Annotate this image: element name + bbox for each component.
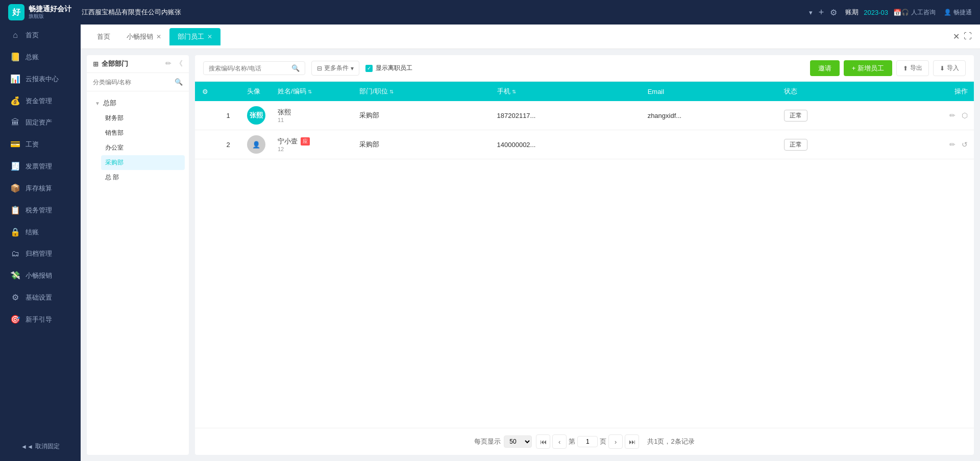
last-page-btn[interactable]: ⏭ xyxy=(625,434,639,449)
sidebar-item-home[interactable]: ⌂ 首页 xyxy=(0,25,81,46)
col-dept: 采购部 xyxy=(353,101,491,130)
avatar: 👤 xyxy=(247,135,265,154)
col-status: 正常 xyxy=(778,101,884,130)
sidebar-item-label-close-account: 结账 xyxy=(26,228,39,237)
tab-bar: 首页 小畅报销 ✕ 部门员工 ✕ ✕ ⛶ xyxy=(81,25,980,49)
all-dept-label: 全部部门 xyxy=(102,59,128,68)
dept-item-office[interactable]: 办公室 xyxy=(101,140,185,155)
col-num: 1 xyxy=(215,101,241,130)
settings-icon[interactable]: ⚙ xyxy=(830,8,837,17)
employee-search-icon[interactable]: 🔍 xyxy=(291,64,300,72)
sidebar-item-label-fixed-assets: 固定资产 xyxy=(26,118,52,127)
dept-item-purchase[interactable]: 采购部 xyxy=(101,155,185,170)
period-label: 账期 xyxy=(845,8,859,17)
window-expand-icon[interactable]: ⛶ xyxy=(964,32,972,41)
basic-settings-icon: ⚙ xyxy=(10,293,20,302)
dept-search-box: 🔍 xyxy=(87,73,189,91)
collapse-icon[interactable]: 《 xyxy=(176,59,183,68)
table-row: 1 张熙 张熙 11 采购部 187202117... zhangxidf...… xyxy=(195,101,974,130)
sidebar-item-label-guide: 新手引导 xyxy=(26,315,52,324)
next-page-btn[interactable]: › xyxy=(608,434,623,449)
col-name-header[interactable]: 姓名/编码 ⇅ xyxy=(272,82,353,101)
home-icon: ⌂ xyxy=(10,31,20,40)
cancel-pin-btn[interactable]: ◄◄ 取消固定 xyxy=(0,442,81,451)
calendar-icon[interactable]: 📅 xyxy=(893,9,901,16)
employee-table: ⚙ 头像 姓名/编码 ⇅ 部门/职位 xyxy=(195,82,974,159)
fund-mgmt-icon: 💰 xyxy=(10,96,20,106)
export-btn[interactable]: ⬆ 导出 xyxy=(896,60,929,76)
invite-btn[interactable]: 邀请 xyxy=(810,60,840,76)
page-number-input[interactable] xyxy=(577,436,598,447)
sidebar-item-guide[interactable]: 🎯 新手引导 xyxy=(0,308,81,330)
col-name: 宁小壹 应 12 xyxy=(272,130,353,159)
dept-item-general[interactable]: 总 部 xyxy=(101,170,185,185)
employee-search-input[interactable] xyxy=(209,65,288,72)
tab-dept-employee[interactable]: 部门员工 ✕ xyxy=(169,28,220,45)
logout-icon[interactable]: ⬡ xyxy=(962,111,968,119)
edit-icon[interactable]: ✏ xyxy=(949,140,955,149)
tab-dept-close[interactable]: ✕ xyxy=(207,33,212,40)
col-action: ✏ ⬡ xyxy=(884,101,974,130)
logo-text: 畅捷通好会计 xyxy=(29,5,71,13)
sidebar-item-report-center[interactable]: 📊 云报表中心 xyxy=(0,68,81,90)
prev-page-btn[interactable]: ‹ xyxy=(552,434,567,449)
tab-expense[interactable]: 小畅报销 ✕ xyxy=(118,28,169,45)
sidebar-item-general-ledger[interactable]: 📒 总账 xyxy=(0,46,81,68)
headset-icon: 🎧 xyxy=(901,9,909,16)
show-resigned-checkbox[interactable]: ✓ 显示离职员工 xyxy=(365,64,412,72)
col-name: 张熙 11 xyxy=(272,101,353,130)
first-page-btn[interactable]: ⏮ xyxy=(536,434,550,449)
sidebar-item-label-report-center: 云报表中心 xyxy=(26,75,59,84)
add-employee-btn[interactable]: + 新增员工 xyxy=(844,60,892,76)
edit-dept-icon[interactable]: ✏ xyxy=(165,59,172,68)
col-avatar: 张熙 xyxy=(241,101,272,130)
tab-home[interactable]: 首页 xyxy=(89,28,118,45)
sidebar-item-close-account[interactable]: 🔒 结账 xyxy=(0,221,81,243)
sidebar-item-inventory[interactable]: 📦 库存核算 xyxy=(0,177,81,199)
col-settings-header[interactable]: ⚙ xyxy=(195,82,215,101)
sidebar-item-fixed-assets[interactable]: 🏛 固定资产 xyxy=(0,112,81,133)
checkbox-icon: ✓ xyxy=(365,65,373,72)
col-phone-header[interactable]: 手机 ⇅ xyxy=(491,82,642,101)
sidebar-item-label-basic-settings: 基础设置 xyxy=(26,293,52,302)
filter-chevron-icon: ▾ xyxy=(351,65,354,72)
dept-item-head[interactable]: ▼ 总部 xyxy=(91,95,185,111)
dropdown-icon[interactable]: ▾ xyxy=(809,9,813,16)
tab-expense-close[interactable]: ✕ xyxy=(156,33,161,40)
guide-icon: 🎯 xyxy=(10,314,20,324)
sidebar-item-payroll[interactable]: 💳 工资 xyxy=(0,133,81,155)
phone-sort-icon: ⇅ xyxy=(512,89,516,94)
delete-icon[interactable]: ↺ xyxy=(962,140,968,149)
sidebar-item-label-general-ledger: 总账 xyxy=(26,53,39,62)
logo: 好 畅捷通好会计 旗舰版 xyxy=(8,4,71,20)
toolbar: 🔍 ⊟ 更多条件 ▾ ✓ 显示离职员工 邀请 xyxy=(195,55,974,82)
dept-item-sales[interactable]: 销售部 xyxy=(101,126,185,140)
add-icon[interactable]: + xyxy=(819,7,824,18)
inventory-icon: 📦 xyxy=(10,183,20,193)
sidebar-item-tax-mgmt[interactable]: 📋 税务管理 xyxy=(0,199,81,221)
dept-item-finance[interactable]: 财务部 xyxy=(101,111,185,126)
col-num-header xyxy=(215,82,241,101)
col-avatar: 👤 xyxy=(241,130,272,159)
edit-icon[interactable]: ✏ xyxy=(949,111,955,119)
user-avatar-btn[interactable]: 👤 畅捷通 xyxy=(944,8,972,17)
ai-consult-btn[interactable]: 🎧 人工咨询 xyxy=(901,8,936,17)
dept-search-icon[interactable]: 🔍 xyxy=(175,78,183,86)
col-dept-header[interactable]: 部门/职位 ⇅ xyxy=(353,82,491,101)
window-close-icon[interactable]: ✕ xyxy=(953,32,960,41)
sidebar-item-invoice-mgmt[interactable]: 🧾 发票管理 xyxy=(0,155,81,177)
dept-search-input[interactable] xyxy=(93,79,172,86)
sidebar-item-basic-settings[interactable]: ⚙ 基础设置 xyxy=(0,286,81,308)
page-size-select[interactable]: 50 20 100 xyxy=(504,435,532,448)
filter-icon: ⊟ xyxy=(317,65,322,72)
employee-search-bar[interactable]: 🔍 xyxy=(203,61,305,75)
export-icon: ⬆ xyxy=(903,65,908,72)
sidebar-item-archive-mgmt[interactable]: 🗂 归档管理 xyxy=(0,243,81,264)
import-btn[interactable]: ⬇ 导入 xyxy=(933,60,966,76)
period-value: 2023-03 xyxy=(864,9,888,16)
sidebar-item-fund-mgmt[interactable]: 💰 资金管理 xyxy=(0,90,81,112)
col-avatar-header: 头像 xyxy=(241,82,272,101)
sidebar-item-expense[interactable]: 💸 小畅报销 xyxy=(0,264,81,286)
filter-btn[interactable]: ⊟ 更多条件 ▾ xyxy=(311,61,359,76)
import-icon: ⬇ xyxy=(940,65,945,72)
